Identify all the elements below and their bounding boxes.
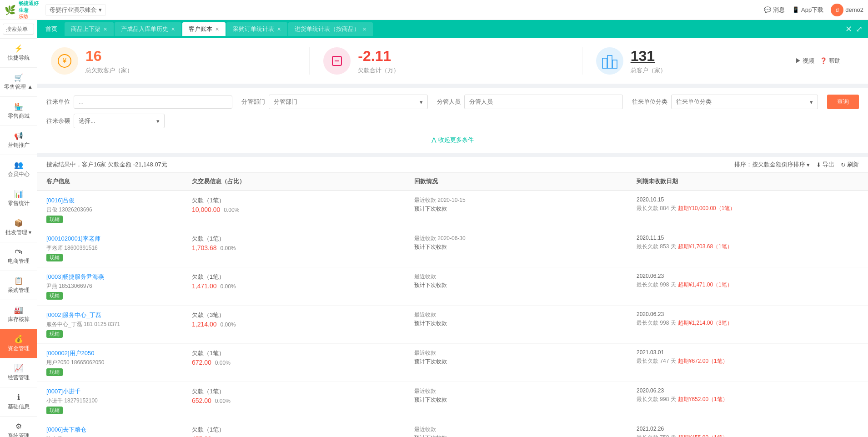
- user-avatar[interactable]: d demo2: [831, 4, 863, 16]
- dept-select[interactable]: 分管部门 ▾: [269, 95, 427, 109]
- customer-sub-0: 吕俊 13026203696: [46, 206, 192, 214]
- table-header: 客户信息 欠交易信息（占比） 回款情况 到期未收款日期: [37, 173, 868, 191]
- sidebar-item-retail-mall[interactable]: 🏪 零售商城: [0, 97, 37, 126]
- tab-product-offshelf[interactable]: 商品上下架 ✕: [65, 22, 114, 36]
- customer-name-5[interactable]: [0007]小进千: [46, 387, 192, 396]
- customer-name-1[interactable]: [0001020001]李老师: [46, 235, 192, 243]
- manager-input[interactable]: 分管人员: [464, 95, 623, 109]
- overdue-link-5[interactable]: 超期¥652.00（1笔）: [678, 396, 728, 402]
- sidebar-item-retail-mgmt[interactable]: 🛒 零售管理 ▲: [0, 68, 37, 97]
- app-download-btn[interactable]: 📱 App下载: [792, 6, 823, 14]
- industry-selector[interactable]: 母婴行业演示账套 ▾: [45, 4, 106, 16]
- filter-balance: 往来余额 选择... ▾: [46, 114, 859, 128]
- overdue-link-0[interactable]: 超期¥10,000.00（1笔）: [678, 205, 736, 211]
- sidebar-item-finance[interactable]: 💰 资金管理: [0, 329, 37, 358]
- debt-cell-1: 欠款（1笔） 1,703.680.00%: [192, 235, 414, 251]
- debt-percent-0: 0.00%: [224, 207, 239, 213]
- tab-customer-account[interactable]: 客户账本 ✕: [182, 22, 226, 36]
- sidebar-item-member[interactable]: 👥 会员中心: [0, 155, 37, 184]
- overdue-link-3[interactable]: 超期¥1,214.00（3笔）: [678, 320, 733, 326]
- sidebar-item-retail-stats[interactable]: 📊 零售统计: [0, 184, 37, 213]
- debt-count-0: 欠款（1笔）: [192, 196, 414, 205]
- unit-class-select[interactable]: 往来单位分类 ▾: [671, 95, 818, 109]
- due-date-6: 2021.02.26: [637, 426, 859, 432]
- top-bar-actions: 💬 消息 📱 App下载 d demo2: [764, 4, 863, 16]
- tab-close-customer-account[interactable]: ✕: [215, 26, 219, 32]
- balance-label: 往来余额: [46, 117, 70, 125]
- app-name: 畅捷通好生意: [19, 0, 41, 14]
- due-cell-6: 2021.02.26 最长欠款 750 天超期¥455.90（1笔）: [637, 426, 859, 437]
- tab-incoming-stats[interactable]: 进货单统计表（按商品） ✕: [288, 22, 373, 36]
- collapse-filters-btn[interactable]: ⋀ 收起更多条件: [46, 133, 859, 147]
- source-unit-input[interactable]: ...: [74, 95, 232, 109]
- tab-close-incoming-stats[interactable]: ✕: [362, 26, 366, 32]
- debt-percent-3: 0.00%: [221, 321, 236, 328]
- content-area: 首页 商品上下架 ✕ 产成品入库单历史 ✕ 客户账本 ✕ 采购订单统计表 ✕: [37, 20, 868, 437]
- sidebar-search-input[interactable]: [3, 24, 34, 35]
- inventory-icon: 🏭: [0, 306, 37, 314]
- balance-select[interactable]: 选择... ▾: [74, 114, 165, 128]
- customer-name-4[interactable]: [000002]用户2050: [46, 349, 192, 357]
- table-row: [0007]小进千 小进千 18279152100 现销 欠款（1笔） 652.…: [37, 382, 868, 420]
- retail-mgmt-icon: 🛒: [0, 73, 37, 82]
- debt-percent-4: 0.00%: [215, 360, 231, 366]
- tab-home[interactable]: 首页: [39, 22, 64, 36]
- customer-cell-3: [0002]服务中心_丁磊 服务中心_丁磊 181 0125 8371 现销: [46, 311, 192, 338]
- due-cell-1: 2020.11.15 最长欠款 853 天超期¥1,703.68（1笔）: [637, 235, 859, 251]
- overdue-days-2: 最长欠款 998 天: [637, 281, 676, 288]
- tab-close-all-btn[interactable]: ✕: [845, 24, 852, 34]
- tab-close-product-offshelf[interactable]: ✕: [103, 26, 107, 32]
- wholesale-icon: 📦: [0, 219, 37, 227]
- tab-close-product-history[interactable]: ✕: [171, 26, 175, 32]
- sidebar-item-purchase[interactable]: 📋 采购管理: [0, 271, 37, 300]
- overdue-link-2[interactable]: 超期¥1,471.00（1笔）: [678, 281, 733, 288]
- debt-count-6: 欠款（1笔）: [192, 426, 414, 434]
- sidebar-item-ops[interactable]: 📈 经营管理: [0, 358, 37, 387]
- total-customers-icon: [596, 47, 623, 75]
- sidebar-item-marketing[interactable]: 📢 营销推广: [0, 126, 37, 155]
- return-date-1: 最近收款 2020-06-30: [414, 235, 637, 242]
- tab-purchase-order[interactable]: 采购订单统计表 ✕: [226, 22, 287, 36]
- debt-percent-1: 0.00%: [221, 245, 236, 251]
- customer-name-2[interactable]: [0003]畅捷服务尹海燕: [46, 273, 192, 281]
- overdue-link-1[interactable]: 超期¥1,703.68（1笔）: [678, 243, 733, 250]
- sidebar-item-basic-info[interactable]: ℹ 基础信息: [0, 387, 37, 417]
- export-btn[interactable]: ⬇ 导出: [816, 161, 834, 169]
- result-bar: 搜索结果中，客户16家 欠款金额 -21,148.07元 排序：按欠款金额倒序排…: [37, 157, 868, 173]
- manager-label: 分管人员: [437, 98, 461, 106]
- debt-count-1: 欠款（1笔）: [192, 235, 414, 243]
- filter-row-2: 往来余额 选择... ▾: [46, 114, 859, 128]
- overdue-link-4[interactable]: 超期¥672.00（1笔）: [678, 358, 728, 364]
- message-btn[interactable]: 💬 消息: [764, 6, 785, 14]
- quick-nav-icon: ⚡: [0, 44, 37, 53]
- col-return-status: 回款情况: [414, 177, 637, 186]
- tab-close-purchase-order[interactable]: ✕: [277, 26, 281, 32]
- sort-select[interactable]: 排序：按欠款金额倒序排序 ▾: [734, 161, 810, 169]
- debt-percent-5: 0.00%: [215, 398, 231, 404]
- sidebar-item-sys[interactable]: ⚙ 系统管理: [0, 417, 37, 437]
- customer-name-3[interactable]: [0002]服务中心_丁磊: [46, 311, 192, 319]
- sidebar-item-ecommerce[interactable]: 🛍 电商管理: [0, 242, 37, 271]
- chevron-down-icon: ▾: [156, 118, 160, 125]
- chevron-icon: ▲: [27, 84, 33, 90]
- help-icon: ❓: [820, 57, 827, 64]
- customer-name-6[interactable]: [0006]去下粮仓: [46, 426, 192, 434]
- table-row: [0006]去下粮仓 陈小希 现销 欠款（1笔） 455.900.00% 最近收…: [37, 420, 868, 437]
- due-cell-3: 2020.06.23 最长欠款 998 天超期¥1,214.00（3笔）: [637, 311, 859, 327]
- source-unit-dots: ...: [79, 99, 84, 105]
- sidebar-item-inventory[interactable]: 🏭 库存核算: [0, 300, 37, 329]
- query-button[interactable]: 查询: [827, 95, 859, 109]
- customer-name-0[interactable]: [0016]吕俊: [46, 196, 192, 205]
- message-icon: 💬: [764, 6, 771, 13]
- refresh-btn[interactable]: ↻ 刷新: [841, 161, 859, 169]
- sidebar-item-quick-nav[interactable]: ⚡ 快捷导航: [0, 39, 37, 68]
- tab-expand-btn[interactable]: ⤢: [856, 24, 863, 34]
- due-date-0: 2020.10.15: [637, 196, 859, 203]
- view-video-btn[interactable]: ▶ 视频: [795, 57, 815, 65]
- debt-amount-5: 652.00: [192, 397, 211, 404]
- return-cell-5: 最近收款 预计下次收款: [414, 387, 637, 404]
- overdue-link-6[interactable]: 超期¥455.90（1笔）: [678, 434, 728, 437]
- help-btn[interactable]: ❓ 帮助: [820, 57, 841, 65]
- tab-product-history[interactable]: 产成品入库单历史 ✕: [115, 22, 181, 36]
- sidebar-item-wholesale[interactable]: 📦 批发管理 ▾: [0, 213, 37, 242]
